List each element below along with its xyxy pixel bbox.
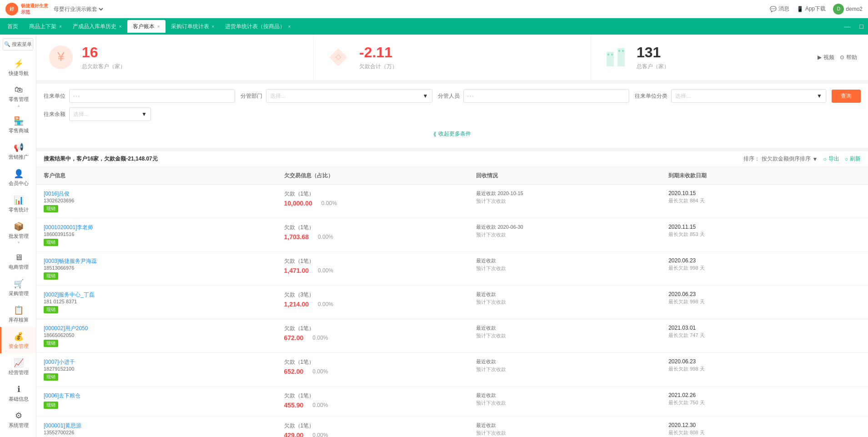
tab-product-offshelf[interactable]: 商品上下架 ×	[24, 20, 67, 33]
tab-home[interactable]: 首页	[2, 20, 24, 33]
sidebar-item-marketing[interactable]: 📢 营销推广	[0, 138, 36, 164]
sidebar-item-finance[interactable]: 💰 资金管理	[0, 327, 36, 353]
help-btn[interactable]: ⊙ 帮助	[840, 54, 857, 61]
sidebar-item-system[interactable]: ⚙ 系统管理	[0, 406, 36, 432]
last-collection: 最近收款	[476, 422, 665, 429]
sidebar-item-ecommerce[interactable]: 🖥 电商管理	[0, 248, 36, 274]
tab-customer-account[interactable]: 客户账本 ×	[127, 20, 166, 33]
unit-category-select[interactable]: 选择... ▼	[671, 89, 826, 103]
company-select[interactable]: 母婴行业演示账套	[52, 5, 105, 13]
debt-amount: 1,471.00	[284, 267, 309, 274]
sidebar-item-enterprise[interactable]: 🤝 企业协同	[0, 432, 36, 437]
last-collection: 最近收款	[476, 325, 665, 332]
from-unit-input[interactable]: ···	[69, 89, 235, 103]
view-btn[interactable]: ▶ 视频	[818, 54, 834, 61]
customer-name-link[interactable]: [000001]黄思源	[44, 422, 281, 430]
next-collection: 预计下次收款	[476, 400, 665, 407]
close-tab-icon[interactable]: ×	[119, 24, 122, 29]
close-tab-icon[interactable]: ×	[59, 24, 62, 29]
ecommerce-icon: 🖥	[15, 253, 23, 262]
collection-cell: 最近收款 预计下次收款	[476, 257, 668, 280]
last-collection: 最近收款	[476, 358, 665, 365]
sidebar-item-inventory[interactable]: 📋 库存核算	[0, 301, 36, 327]
sidebar-item-basic-info[interactable]: ℹ 基础信息	[0, 380, 36, 406]
close-tab-icon[interactable]: ×	[157, 24, 160, 29]
results-bar: 搜索结果中，客户16家，欠款金额-21,148.07元 排序： 按欠款金额倒序排…	[36, 151, 868, 166]
sidebar-item-retail-management[interactable]: 🛍 零售管理 ▲	[0, 80, 36, 111]
table-row: [000002]用户2050 18665062050 现销 欠款（1笔） 672…	[36, 319, 868, 353]
close-tab-icon[interactable]: ×	[288, 24, 291, 29]
dept-select[interactable]: 选择... ▼	[266, 89, 432, 103]
sidebar-item-retail-mall[interactable]: 🏪 零售商城	[0, 111, 36, 138]
overdue-days: 最长欠款 884 天	[668, 197, 861, 204]
collapse-btn[interactable]: ⟪ 收起更多条件	[44, 128, 861, 140]
debt-amount: 455.90	[284, 402, 304, 409]
collection-cell: 最近收款 2020-10-15 预计下次收款	[476, 190, 668, 212]
minimize-btn[interactable]: —	[842, 23, 853, 30]
app-download-btn[interactable]: 📱 App下载	[797, 5, 826, 13]
maximize-btn[interactable]: □	[857, 23, 866, 30]
manager-label: 分管人员	[438, 92, 460, 100]
customer-name-link[interactable]: [0002]服务中心_丁磊	[44, 291, 281, 299]
tab-purchase-stats[interactable]: 进货单统计表（按商品） ×	[220, 20, 296, 33]
debt-count: 欠款（1笔）	[284, 257, 473, 265]
sidebar-item-batch-management[interactable]: 📦 批发管理 ▼	[0, 217, 36, 248]
next-collection: 预计下次收款	[476, 332, 665, 339]
debt-row: 429.00 0.00%	[284, 430, 473, 437]
customer-phone: 13026203696	[44, 198, 281, 203]
last-collection: 最近收款 2020-06-30	[476, 224, 665, 231]
chevron-down-icon: ▼	[423, 93, 428, 99]
refresh-btn[interactable]: ○ 刷新	[845, 155, 861, 163]
debt-count: 欠款（3笔）	[284, 291, 473, 299]
sidebar-item-business[interactable]: 📈 经营管理	[0, 353, 36, 380]
debt-percent: 0.00%	[318, 267, 333, 274]
debt-amount: 1,703.68	[284, 233, 309, 241]
next-collection: 预计下次收款	[476, 299, 665, 306]
sort-select[interactable]: 排序： 按欠款金额倒序排序 ▼	[743, 155, 818, 163]
customer-name-link[interactable]: [0007]小进干	[44, 358, 281, 366]
chevron-down-icon: ▼	[813, 156, 818, 162]
dept-label: 分管部门	[241, 92, 262, 100]
user-avatar-btn[interactable]: D demo2	[833, 4, 863, 15]
overdue-days: 最长欠款 998 天	[668, 298, 861, 305]
yuan-icon: ¥	[48, 45, 74, 70]
manager-input[interactable]: ···	[463, 89, 629, 103]
collection-cell: 最近收款 预计下次收款	[476, 358, 668, 381]
customer-name-link[interactable]: [0016]吕俊	[44, 190, 281, 198]
manager-dots: ···	[467, 93, 475, 99]
chevron-down-icon: ▼	[817, 93, 822, 99]
customer-name-link[interactable]: [0001020001]李老师	[44, 224, 281, 231]
debt-percent: 0.00%	[318, 234, 333, 240]
filter-area: 往来单位 ··· 分管部门 选择... ▼ 分管人员 ···	[36, 84, 868, 148]
message-btn[interactable]: 💬 消息	[770, 5, 789, 13]
tab-purchase-summary[interactable]: 采购订单统计表 ×	[166, 20, 220, 33]
sidebar-item-quick-nav[interactable]: ⚡ 快捷导航	[0, 54, 36, 80]
filter-row-2: 往来余额 选择... ▼	[44, 107, 861, 121]
svg-rect-5	[607, 54, 609, 55]
search-btn[interactable]: 查询	[832, 90, 861, 103]
debt-info-cell: 欠款（1笔） 455.90 0.00%	[284, 392, 477, 411]
from-balance-select[interactable]: 选择... ▼	[69, 107, 151, 121]
customer-name-link[interactable]: [0006]去下粮仓	[44, 392, 281, 400]
search-menu-btn[interactable]: 🔍 搜索菜单	[3, 38, 33, 50]
filter-group-unit-category: 往来单位分类 选择... ▼	[635, 89, 826, 103]
customer-tag: 现销	[44, 373, 58, 381]
next-collection: 预计下次收款	[476, 366, 665, 373]
last-collection: 最近收款	[476, 257, 665, 264]
retail-mall-icon: 🏪	[14, 116, 24, 126]
customer-name-link[interactable]: [0003]畅捷服务尹海蕊	[44, 257, 281, 265]
close-tab-icon[interactable]: ×	[212, 24, 215, 29]
sidebar-item-retail-stats[interactable]: 📊 零售统计	[0, 191, 36, 217]
table-row: [000001]黄思源 13552700226 现销 欠款（1笔） 429.00…	[36, 417, 868, 437]
sidebar-item-member-center[interactable]: 👤 会员中心	[0, 164, 36, 191]
customer-info-cell: [000001]黄思源 13552700226 现销	[44, 422, 284, 437]
customer-name-link[interactable]: [000002]用户2050	[44, 325, 281, 332]
export-btn[interactable]: ○ 导出	[823, 155, 839, 163]
svg-rect-7	[618, 50, 620, 52]
next-collection: 预计下次收款	[476, 430, 665, 437]
tab-production-history[interactable]: 产成品入库单历史 ×	[67, 20, 127, 33]
sidebar-item-purchase[interactable]: 🛒 采购管理	[0, 274, 36, 301]
overdue-date: 2020.11.15	[668, 224, 861, 230]
help-icon: ⊙	[840, 54, 844, 60]
export-icon: ○	[823, 156, 827, 162]
